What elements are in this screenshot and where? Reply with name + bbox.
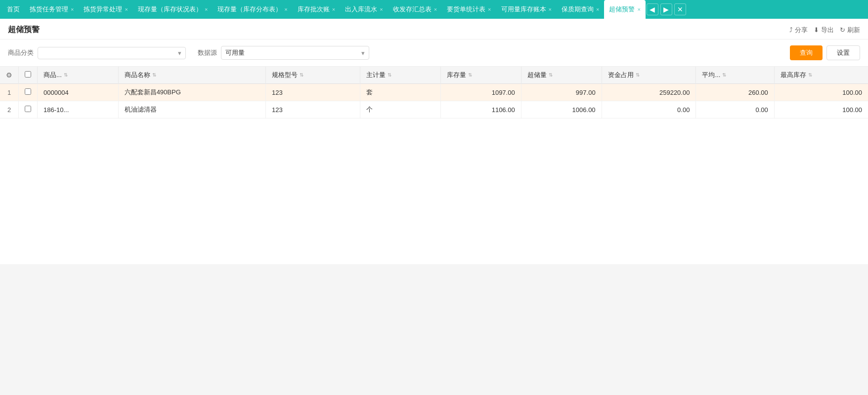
topbar-item-label: 可用量库存账本 [501, 5, 546, 14]
share-button[interactable]: ⤴ 分享 [789, 26, 808, 35]
th-capital-label: 资金占用 [608, 71, 634, 79]
data-source-select[interactable]: 可用量 ▾ [221, 46, 369, 60]
th-unit-label: 主计量 [366, 71, 386, 79]
th-product-code-label: 商品... [43, 71, 62, 79]
sort-icon: ⇅ [64, 73, 68, 78]
close-icon[interactable]: × [637, 6, 640, 12]
topbar-item-overstock[interactable]: 超储预警 × [604, 0, 645, 19]
th-settings: ⚙ [0, 67, 19, 84]
content-area: ⚙ 商品... ⇅ 商品名称 ⇅ [0, 67, 868, 264]
close-icon[interactable]: × [434, 6, 437, 12]
topbar-prev-button[interactable]: ◀ [647, 3, 658, 15]
th-overstock[interactable]: 超储量 ⇅ [521, 67, 602, 84]
topbar-item-exception[interactable]: 拣货异常处理 × [79, 0, 132, 19]
th-product-code[interactable]: 商品... ⇅ [38, 67, 119, 84]
th-spec[interactable]: 规格型号 ⇅ [265, 67, 360, 84]
table-header-row: ⚙ 商品... ⇅ 商品名称 ⇅ [0, 67, 868, 84]
topbar-item-task[interactable]: 拣货任务管理 × [25, 0, 79, 19]
row-checkbox-cell [19, 84, 38, 101]
product-name-cell: 六配套新昌490BPG [118, 84, 265, 101]
page-header: 超储预警 ⤴ 分享 ⬇ 导出 ↻ 刷新 [0, 19, 868, 40]
topbar-item-label: 收发存汇总表 [393, 5, 432, 14]
topbar-item-inventory-status[interactable]: 现存量（库存状况表） × [133, 0, 213, 19]
spec-cell: 123 [265, 101, 360, 118]
row-num: 1 [0, 84, 19, 101]
data-source-value: 可用量 [225, 48, 245, 57]
avg-cell: 260.00 [696, 84, 774, 101]
topbar-item-expiry[interactable]: 保质期查询 × [557, 0, 604, 19]
product-category-filter: 商品分类 ▾ [8, 47, 186, 59]
topbar-next-button[interactable]: ▶ [660, 3, 672, 15]
topbar-item-summary[interactable]: 收发存汇总表 × [388, 0, 442, 19]
gear-icon[interactable]: ⚙ [6, 71, 12, 79]
th-stock[interactable]: 库存量 ⇅ [440, 67, 521, 84]
stock-cell: 1097.00 [440, 84, 521, 101]
close-icon[interactable]: × [125, 6, 128, 12]
close-icon[interactable]: × [380, 6, 383, 12]
table-row[interactable]: 1 0000004 六配套新昌490BPG 123 套 1097.00 997.… [0, 84, 868, 101]
th-avg-label: 平均... [702, 71, 720, 79]
export-label: 导出 [821, 26, 834, 35]
sort-icon: ⇅ [388, 73, 391, 78]
th-unit[interactable]: 主计量 ⇅ [360, 67, 440, 84]
unit-cell: 套 [360, 84, 440, 101]
table-body: 1 0000004 六配套新昌490BPG 123 套 1097.00 997.… [0, 84, 868, 118]
share-icon: ⤴ [789, 26, 793, 34]
close-icon[interactable]: × [332, 6, 335, 12]
stock-cell: 1106.00 [440, 101, 521, 118]
topbar-item-label: 首页 [7, 5, 20, 14]
data-table: ⚙ 商品... ⇅ 商品名称 ⇅ [0, 67, 868, 118]
th-avg[interactable]: 平均... ⇅ [696, 67, 774, 84]
topbar-item-label: 出入库流水 [345, 5, 377, 14]
th-overstock-label: 超储量 [527, 71, 547, 79]
topbar-item-label: 现存量（库存分布表） [217, 5, 282, 14]
topbar-item-label: 拣货任务管理 [30, 5, 68, 14]
page-title: 超储预警 [8, 25, 40, 35]
th-checkbox [19, 67, 38, 84]
export-icon: ⬇ [814, 26, 819, 34]
max-stock-cell: 100.00 [774, 84, 868, 101]
topbar-item-batch[interactable]: 库存批次账 × [293, 0, 340, 19]
topbar-item-label: 超储预警 [609, 5, 635, 14]
settings-button[interactable]: 设置 [826, 45, 860, 60]
table-row[interactable]: 2 186-10... 机油滤清器 123 个 1106.00 1006.00 … [0, 101, 868, 118]
share-label: 分享 [795, 26, 808, 35]
sort-icon: ⇅ [300, 73, 304, 78]
topbar-item-flow[interactable]: 出入库流水 × [340, 0, 388, 19]
chevron-down-icon: ▾ [178, 49, 181, 57]
th-stock-label: 库存量 [447, 71, 466, 79]
th-capital[interactable]: 资金占用 ⇅ [602, 67, 696, 84]
close-icon[interactable]: × [205, 6, 208, 12]
sort-icon: ⇅ [549, 73, 553, 78]
filter-actions: 查询 设置 [790, 45, 860, 60]
topbar-item-home[interactable]: 首页 [2, 0, 25, 19]
th-spec-label: 规格型号 [272, 71, 298, 79]
sort-icon: ⇅ [722, 73, 726, 78]
select-all-checkbox[interactable] [25, 71, 31, 78]
product-category-select[interactable]: ▾ [38, 47, 186, 59]
th-max-stock[interactable]: 最高库存 ⇅ [774, 67, 868, 84]
row-checkbox[interactable] [25, 106, 31, 112]
product-name-cell: 机油滤清器 [118, 101, 265, 118]
close-icon[interactable]: × [596, 6, 599, 12]
refresh-label: 刷新 [847, 26, 860, 35]
topbar-close-button[interactable]: ✕ [674, 3, 686, 15]
close-icon[interactable]: × [488, 6, 491, 12]
refresh-button[interactable]: ↻ 刷新 [840, 26, 860, 35]
data-source-filter: 数据源 可用量 ▾ [198, 46, 369, 60]
close-icon[interactable]: × [284, 6, 287, 12]
spec-cell: 123 [265, 84, 360, 101]
export-button[interactable]: ⬇ 导出 [814, 26, 834, 35]
th-product-name[interactable]: 商品名称 ⇅ [118, 67, 265, 84]
close-icon[interactable]: × [71, 6, 74, 12]
close-icon[interactable]: × [549, 6, 552, 12]
query-button[interactable]: 查询 [790, 45, 823, 60]
topbar-item-inventory-dist[interactable]: 现存量（库存分布表） × [213, 0, 292, 19]
topbar-item-available[interactable]: 可用量库存账本 × [496, 0, 557, 19]
topbar-item-label: 现存量（库存状况表） [138, 5, 202, 14]
topbar-item-order-stats[interactable]: 要货单统计表 × [442, 0, 496, 19]
th-product-name-label: 商品名称 [125, 71, 150, 79]
row-checkbox[interactable] [25, 88, 31, 95]
sort-icon: ⇅ [808, 73, 812, 78]
th-max-stock-label: 最高库存 [781, 71, 806, 79]
